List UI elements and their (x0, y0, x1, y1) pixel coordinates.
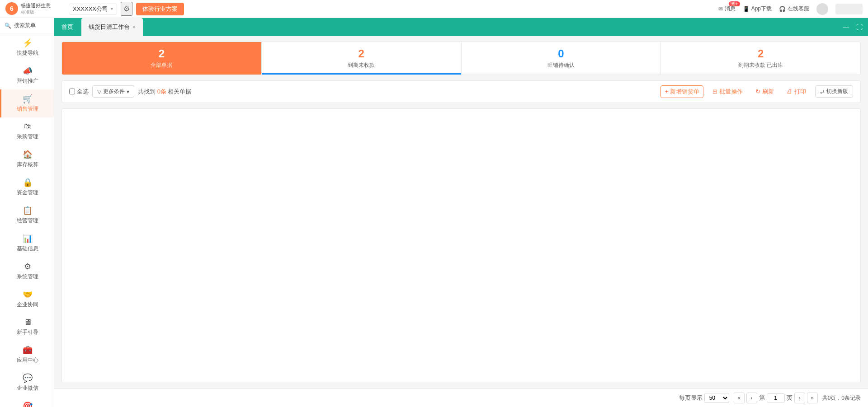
stat-tab-shipped[interactable]: 2 到期未收款 已出库 (661, 42, 860, 75)
company-selector[interactable]: XXXXXX公司 ▾ (69, 4, 117, 14)
tab-maximize-button[interactable]: ⛶ (854, 22, 864, 33)
switch-btn-label: 切换新版 (826, 88, 848, 95)
chevron-down-icon: ▾ (111, 6, 113, 11)
current-page-input[interactable] (767, 393, 785, 402)
search-menu-item[interactable]: 🔍 搜索菜单 (0, 18, 54, 33)
filter-icon: ▽ (97, 89, 101, 95)
operation-icon: 📋 (23, 206, 33, 215)
basic-icon: 📊 (23, 234, 33, 243)
marketing-icon: 📣 (23, 66, 33, 76)
trial-button[interactable]: 体验行业方案 (136, 3, 184, 15)
online-service-button[interactable]: 🎧 在线客服 (779, 5, 809, 13)
add-sales-order-button[interactable]: + 新增销货单 (660, 85, 703, 98)
refresh-button[interactable]: ↻ 刷新 (752, 86, 778, 98)
select-all-input[interactable] (69, 89, 75, 94)
last-page-icon: » (811, 395, 814, 401)
logo-subtitle: 标准版 (21, 9, 51, 15)
logo-text: 畅捷通好生意 (21, 2, 51, 9)
select-all-checkbox[interactable]: 全选 (69, 88, 89, 96)
sidebar-item-guide[interactable]: 🖥 新手引导 (0, 313, 54, 341)
batch-icon: ⊞ (712, 88, 717, 95)
page-label-suffix: 页 (787, 394, 793, 402)
toolbar-left: 全选 ▽ 更多条件 ▾ 共找到 0条 相关单据 (69, 85, 655, 98)
filter-btn-label: 更多条件 (103, 88, 125, 95)
sidebar-item-finance[interactable]: 🔒 资金管理 (0, 173, 54, 201)
sidebar-item-appstore[interactable]: 🧰 应用中心 (0, 341, 54, 369)
sidebar-item-label: 企业微信 (17, 384, 38, 392)
sidebar: 🔍 搜索菜单 ⚡ 快捷导航 📣 营销推广 🛒 销售管理 🛍 采购管理 🏠 库存核… (0, 18, 54, 407)
batch-btn-label: 批量操作 (719, 88, 743, 96)
tab-minimize-button[interactable]: — (841, 22, 851, 33)
avatar[interactable] (816, 3, 828, 15)
search-icon: 🔍 (5, 23, 11, 29)
stat-count-shipped: 2 (668, 47, 853, 61)
sidebar-item-quick-nav[interactable]: ⚡ 快捷导航 (0, 33, 54, 61)
next-page-button[interactable]: › (794, 393, 805, 403)
quick-nav-icon: ⚡ (23, 38, 33, 48)
sidebar-item-label: 企业协同 (17, 301, 38, 309)
print-button[interactable]: 🖨 打印 (783, 86, 810, 98)
per-page-selector: 每页显示 50 100 200 (679, 393, 729, 403)
refresh-btn-label: 刷新 (762, 88, 774, 96)
page-total: 共0页，0条记录 (822, 394, 861, 402)
sidebar-item-operation[interactable]: 📋 经营管理 (0, 201, 54, 229)
sidebar-item-basic[interactable]: 📊 基础信息 (0, 229, 54, 257)
tab-cashflow-label: 钱货日清工作台 (89, 23, 130, 31)
sidebar-item-cooperation[interactable]: 🤝 企业协同 (0, 285, 54, 313)
refresh-icon: ↻ (755, 88, 760, 95)
more-filter-button[interactable]: ▽ 更多条件 ▾ (92, 85, 134, 98)
settings-button[interactable]: ⚙ (121, 2, 132, 16)
select-all-label: 全选 (77, 88, 89, 96)
sidebar-item-sales[interactable]: 🛒 销售管理 (0, 89, 54, 117)
system-icon: ⚙ (24, 262, 31, 271)
table-wrapper (61, 108, 861, 383)
sidebar-item-label: 资金管理 (17, 189, 38, 196)
tab-home-label: 首页 (61, 23, 73, 31)
appstore-icon: 🧰 (23, 345, 33, 355)
headset-icon: 🎧 (779, 6, 786, 12)
page-size-select[interactable]: 50 100 200 (704, 393, 729, 403)
sidebar-item-member[interactable]: 🎯 畅会员 (0, 397, 54, 407)
sidebar-item-inventory[interactable]: 🏠 库存核算 (0, 145, 54, 173)
finance-icon: 🔒 (23, 178, 33, 187)
app-download-button[interactable]: 📱 App下载 (743, 5, 772, 13)
tab-cashflow[interactable]: 钱货日清工作台 × (81, 18, 143, 36)
sidebar-item-label: 营销推广 (17, 77, 38, 85)
chevron-down-icon: ▾ (127, 89, 129, 95)
stat-tab-underline (262, 73, 461, 75)
stat-count-all: 2 (69, 47, 254, 61)
switch-version-button[interactable]: ⇄ 切换新版 (815, 85, 853, 98)
next-page-icon: › (799, 395, 801, 401)
message-button[interactable]: ✉ 消息 99+ (718, 5, 736, 13)
stat-label-all: 全部单据 (69, 61, 254, 69)
sales-icon: 🛒 (23, 94, 33, 104)
page-label-prefix: 第 (759, 394, 765, 402)
tab-close-icon[interactable]: × (132, 24, 136, 30)
last-page-button[interactable]: » (807, 393, 818, 403)
batch-operation-button[interactable]: ⊞ 批量操作 (709, 86, 746, 98)
search-menu-label: 搜索菜单 (14, 22, 36, 29)
stat-tab-overdue[interactable]: 2 到期未收款 (262, 42, 462, 75)
page-nav: « ‹ 第 页 › » (734, 393, 818, 403)
tab-bar: 首页 钱货日清工作台 × — ⛶ (54, 18, 868, 36)
switch-icon: ⇄ (820, 89, 825, 95)
found-prefix: 共找到 (138, 88, 156, 95)
found-suffix: 相关单据 (168, 88, 191, 95)
sidebar-item-label: 库存核算 (17, 161, 38, 168)
stats-tabs: 2 全部单据 2 到期未收款 0 旺铺待确认 2 到期未收款 已出库 (61, 42, 861, 75)
tab-home[interactable]: 首页 (54, 18, 80, 36)
sidebar-item-system[interactable]: ⚙ 系统管理 (0, 257, 54, 285)
message-icon: ✉ (718, 6, 723, 12)
stat-tab-pending[interactable]: 0 旺铺待确认 (462, 42, 661, 75)
prev-page-button[interactable]: ‹ (746, 393, 757, 403)
stat-tab-all[interactable]: 2 全部单据 (62, 42, 262, 75)
sidebar-item-purchase[interactable]: 🛍 采购管理 (0, 117, 54, 145)
content-area: 2 全部单据 2 到期未收款 0 旺铺待确认 2 到期未收款 已出库 (54, 36, 868, 388)
user-name-area[interactable] (835, 4, 863, 14)
sidebar-item-marketing[interactable]: 📣 营销推广 (0, 61, 54, 89)
inventory-icon: 🏠 (23, 150, 33, 159)
sidebar-item-wechat[interactable]: 💬 企业微信 (0, 369, 54, 397)
first-page-button[interactable]: « (734, 393, 745, 403)
sidebar-item-label: 应用中心 (17, 356, 38, 364)
print-btn-label: 打印 (794, 88, 806, 96)
